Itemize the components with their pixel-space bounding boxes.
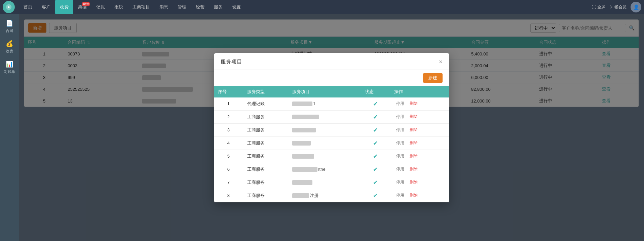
modal-table-row: 4 工商服务 ✔ 停用 删除 [214,136,449,150]
modal-cell-action: 停用 删除 [390,163,449,176]
modal-cell-item: Ithe [288,163,361,176]
fullscreen-btn[interactable]: ⛶ 全屏 [592,4,605,10]
nav-home[interactable]: 首页 [19,0,37,14]
shoukuan-icon: 💰 [6,40,13,47]
piao-badge: new [82,2,90,6]
nav-piao[interactable]: 票据 new [73,0,91,14]
modal-col-status: 状态 [361,86,390,97]
modal-new-button[interactable]: 新建 [423,73,443,83]
stop-button[interactable]: 停用 [394,126,406,133]
delete-button[interactable]: 删除 [408,100,420,107]
modal-cell-status: ✔ [361,150,390,163]
modal-cell-status: ✔ [361,110,390,123]
modal-cell-item: 1 [288,97,361,111]
nav-items: 首页 客户 收费 票据 new 记账 报税 工商项目 消息 管理 经营 服务 设… [19,0,592,14]
stop-button[interactable]: 停用 [394,139,406,147]
nav-jizhang[interactable]: 记账 [91,0,110,14]
stop-button[interactable]: 停用 [394,100,406,107]
modal-cell-status: ✔ [361,136,390,150]
modal-cell-type: 工商服务 [243,176,288,189]
modal-cell-status: ✔ [361,123,390,136]
nav-jingying[interactable]: 经营 [191,0,209,14]
modal-col-seq: 序号 [214,86,243,97]
member-btn[interactable]: ▷ 畅会员 [609,4,627,10]
sidebar: 📄 合同 💰 收费 📊 对账单 [0,14,19,241]
nav-customer[interactable]: 客户 [37,0,55,14]
modal-cell-action: 停用 删除 [390,189,449,202]
modal-close-button[interactable]: × [439,59,443,65]
modal-body[interactable]: 序号 服务类型 服务项目 状态 操作 1 代理记账 1 ✔ [214,86,449,202]
status-check-icon: ✔ [373,153,378,160]
top-nav-right: ⛶ 全屏 ▷ 畅会员 👤 [592,2,641,12]
delete-button[interactable]: 删除 [408,166,420,173]
modal-cell-type: 代理记账 [243,97,288,111]
modal-toolbar: 新建 [214,70,449,86]
modal-col-item: 服务项目 [288,86,361,97]
sidebar-label-hetong: 合同 [6,28,13,33]
modal-cell-type: 工商服务 [243,150,288,163]
stop-button[interactable]: 停用 [394,179,406,186]
nav-xiaoxi[interactable]: 消息 [155,0,173,14]
delete-button[interactable]: 删除 [408,126,420,133]
modal-cell-item [288,176,361,189]
nav-shoukuan[interactable]: 收费 [55,0,73,14]
hetong-icon: 📄 [6,19,13,27]
modal-cell-seq: 8 [214,189,243,202]
service-items-table: 序号 服务类型 服务项目 状态 操作 1 代理记账 1 ✔ [214,86,449,202]
sidebar-label-shoukuan: 收费 [6,49,13,54]
stop-button[interactable]: 停用 [394,113,406,120]
modal-cell-item [288,136,361,150]
delete-button[interactable]: 删除 [408,179,420,186]
delete-button[interactable]: 删除 [408,139,420,147]
modal-cell-item [288,150,361,163]
modal-cell-seq: 1 [214,97,243,111]
avatar[interactable]: 👤 [631,2,641,12]
nav-fuwu[interactable]: 服务 [209,0,227,14]
stop-button[interactable]: 停用 [394,192,406,199]
nav-baoshui[interactable]: 报税 [110,0,128,14]
sidebar-item-duizhang[interactable]: 📊 对账单 [1,58,18,77]
status-check-icon: ✔ [373,114,378,120]
modal-cell-action: 停用 删除 [390,176,449,189]
modal-cell-item [288,123,361,136]
modal-cell-action: 停用 删除 [390,150,449,163]
logo [3,1,15,13]
top-nav: 首页 客户 收费 票据 new 记账 报税 工商项目 消息 管理 经营 服务 设… [0,0,644,14]
delete-button[interactable]: 删除 [408,113,420,120]
delete-button[interactable]: 删除 [408,153,420,160]
status-check-icon: ✔ [373,192,378,199]
modal-cell-item: 注册 [288,189,361,202]
delete-button[interactable]: 删除 [408,192,420,199]
modal-cell-seq: 4 [214,136,243,150]
modal-cell-item [288,110,361,123]
duizhang-icon: 📊 [6,61,13,68]
modal-cell-action: 停用 删除 [390,123,449,136]
modal-cell-type: 工商服务 [243,110,288,123]
modal-table-row: 3 工商服务 ✔ 停用 删除 [214,123,449,136]
modal-title: 服务项目 [221,58,242,66]
sidebar-label-duizhang: 对账单 [4,69,15,74]
sidebar-item-hetong[interactable]: 📄 合同 [1,17,18,36]
modal-cell-type: 工商服务 [243,189,288,202]
modal-cell-action: 停用 删除 [390,136,449,150]
status-check-icon: ✔ [373,140,378,147]
modal-cell-seq: 7 [214,176,243,189]
modal-cell-seq: 2 [214,110,243,123]
status-check-icon: ✔ [373,166,378,173]
stop-button[interactable]: 停用 [394,153,406,160]
stop-button[interactable]: 停用 [394,166,406,173]
modal-table-row: 7 工商服务 ✔ 停用 删除 [214,176,449,189]
modal-cell-seq: 6 [214,163,243,176]
nav-shezhi[interactable]: 设置 [227,0,245,14]
nav-gongshang[interactable]: 工商项目 [128,0,155,14]
nav-guanli[interactable]: 管理 [173,0,191,14]
modal-overlay: 服务项目 × 新建 序号 服务类型 服务项目 状态 [19,14,644,241]
modal-col-type: 服务类型 [243,86,288,97]
modal-table-row: 8 工商服务 注册 ✔ 停用 删除 [214,189,449,202]
modal-cell-seq: 5 [214,150,243,163]
sidebar-item-shoukuan[interactable]: 💰 收费 [1,37,18,56]
modal-cell-seq: 3 [214,123,243,136]
modal-col-action: 操作 [390,86,449,97]
modal-table-row: 1 代理记账 1 ✔ 停用 删除 [214,97,449,111]
modal-cell-status: ✔ [361,189,390,202]
